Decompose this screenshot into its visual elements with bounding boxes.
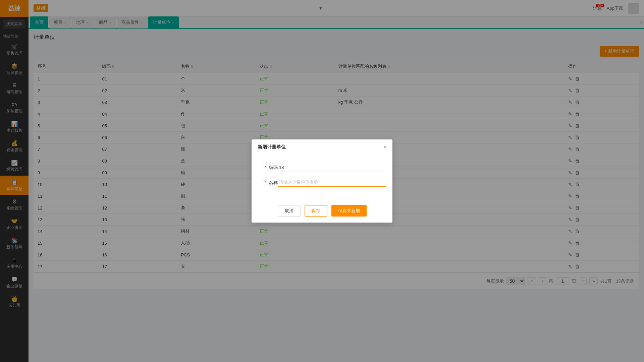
modal-title: 新增计量单位 <box>258 144 286 150</box>
code-field-label: * 编码 <box>258 165 278 171</box>
required-star-name: * <box>265 180 266 185</box>
code-field-group: * 编码 <box>258 163 386 172</box>
required-star-code: * <box>265 165 266 170</box>
code-input[interactable] <box>278 163 386 172</box>
add-unit-modal: 新增计量单位 × * 编码 * 名称 取消 保存 保存并新增 <box>252 139 392 223</box>
modal-body: * 编码 * 名称 <box>252 155 392 201</box>
modal-overlay[interactable]: 新增计量单位 × * 编码 * 名称 取消 保存 保存并新增 <box>0 0 644 362</box>
name-field-group: * 名称 <box>258 178 386 187</box>
modal-close-button[interactable]: × <box>383 144 386 150</box>
name-input[interactable] <box>278 178 386 187</box>
name-field-label: * 名称 <box>258 180 278 186</box>
modal-footer: 取消 保存 保存并新增 <box>252 201 392 223</box>
save-and-new-button[interactable]: 保存并新增 <box>331 205 367 217</box>
modal-header: 新增计量单位 × <box>252 139 392 155</box>
cancel-button[interactable]: 取消 <box>278 205 301 217</box>
save-button[interactable]: 保存 <box>305 205 327 217</box>
